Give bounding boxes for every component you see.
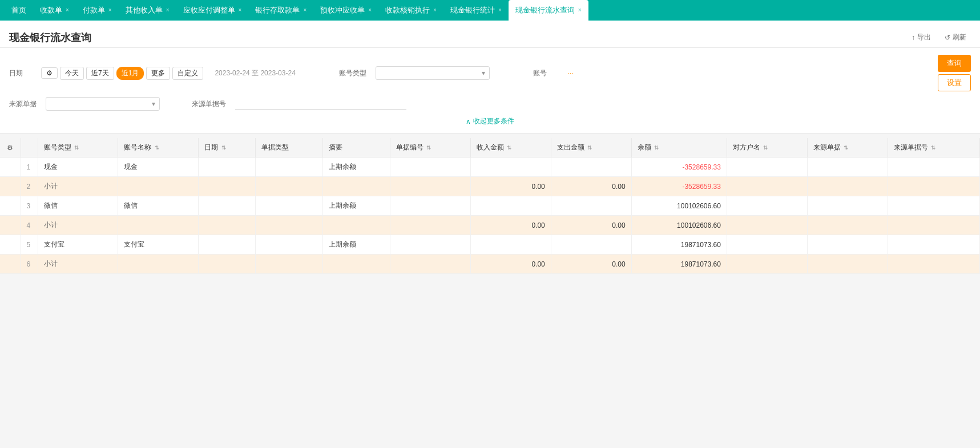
table-cell (323, 177, 390, 196)
source-doc-select[interactable] (46, 97, 160, 111)
th-income[interactable]: 收入金额 ⇅ (470, 138, 551, 158)
table-cell: 现金 (118, 158, 199, 177)
table-cell (199, 177, 256, 196)
account-type-select[interactable] (376, 66, 490, 80)
table-cell (551, 196, 631, 216)
page-header: 现金银行流水查询 ↑ 导出 ↺ 刷新 (0, 21, 980, 48)
account-label: 账号 (533, 68, 556, 78)
sort-icon: ⇅ (587, 144, 592, 151)
table-cell (888, 235, 979, 255)
table-cell (390, 196, 471, 216)
table-cell: 100102606.60 (631, 196, 727, 216)
th-summary: 摘要 (323, 138, 390, 158)
nav-item-payment[interactable]: 付款单 × (76, 0, 119, 21)
refresh-button[interactable]: ↺ 刷新 (940, 30, 971, 45)
table-cell (199, 158, 256, 177)
close-icon[interactable]: × (66, 0, 69, 21)
table-cell: 支付宝 (38, 235, 118, 255)
date-btn-1month[interactable]: 近1月 (116, 67, 144, 80)
th-counterpart[interactable]: 对方户名 ⇅ (727, 138, 807, 158)
date-btn-yesterday[interactable]: ⚙ (41, 67, 58, 79)
date-btn-7days[interactable]: 近7天 (86, 67, 114, 80)
filter-row-source: 来源单据 来源单据号 (9, 97, 971, 111)
table-cell (807, 216, 888, 235)
collapse-bar[interactable]: ∧ 收起更多条件 (9, 116, 971, 126)
table-cell (323, 255, 390, 274)
table-cell: 微信 (38, 196, 118, 216)
filter-area: 日期 ⚙ 今天 近7天 近1月 更多 自定义 2023-02-24 至 2023… (0, 48, 980, 134)
data-table: ⚙ 账号类型 ⇅ 账号名称 ⇅ 日期 ⇅ 单据类型 (0, 138, 980, 274)
nav-item-receipt-exec[interactable]: 收款核销执行 × (378, 0, 443, 21)
table-cell (727, 216, 807, 235)
table-cell: 0.00 (551, 177, 631, 196)
nav-item-cash-bank-flow[interactable]: 现金银行流水查询 × (509, 0, 588, 21)
table-cell (199, 216, 256, 235)
source-doc-no-input[interactable] (235, 99, 406, 110)
table-cell: -3528659.33 (631, 158, 727, 177)
date-label: 日期 (9, 68, 32, 78)
table-cell: 19871073.60 (631, 255, 727, 274)
close-icon[interactable]: × (303, 0, 306, 21)
table-cell (888, 177, 979, 196)
th-date[interactable]: 日期 ⇅ (199, 138, 256, 158)
account-type-select-wrap (376, 66, 490, 80)
nav-item-bank-deposit[interactable]: 银行存取款单 × (248, 0, 313, 21)
export-button[interactable]: ↑ 导出 (907, 30, 935, 45)
th-expense[interactable]: 支出金额 ⇅ (551, 138, 631, 158)
table-row: 5支付宝支付宝上期余额19871073.60 (0, 235, 980, 255)
filter-row-date: 日期 ⚙ 今天 近7天 近1月 更多 自定义 2023-02-24 至 2023… (9, 55, 971, 91)
th-account-name[interactable]: 账号名称 ⇅ (118, 138, 199, 158)
sort-icon: ⇅ (155, 144, 159, 151)
table-cell (470, 235, 551, 255)
settings-button[interactable]: 设置 (938, 74, 971, 91)
table-cell: 上期余额 (323, 196, 390, 216)
nav-item-advance-offset[interactable]: 预收冲应收单 × (313, 0, 378, 21)
table-cell (807, 255, 888, 274)
nav-item-other-income[interactable]: 其他收入单 × (119, 0, 176, 21)
table-cell: 0.00 (470, 216, 551, 235)
date-btn-more[interactable]: 更多 (146, 67, 170, 80)
source-doc-label: 来源单据 (9, 99, 37, 109)
nav-item-receipts[interactable]: 收款单 × (33, 0, 76, 21)
sort-icon: ⇅ (221, 144, 226, 151)
date-filter-buttons: ⚙ 今天 近7天 近1月 更多 自定义 (41, 67, 203, 80)
table-cell (888, 255, 979, 274)
table-row: 4小计0.000.00100102606.60 (0, 216, 980, 235)
account-ellipsis-button[interactable]: ··· (565, 68, 576, 78)
table-cell (390, 216, 471, 235)
close-icon[interactable]: × (239, 0, 242, 21)
date-btn-today[interactable]: 今天 (60, 67, 84, 80)
nav-home[interactable]: 首页 (5, 0, 33, 21)
th-doc-type: 单据类型 (256, 138, 323, 158)
table-area: ⚙ 账号类型 ⇅ 账号名称 ⇅ 日期 ⇅ 单据类型 (0, 138, 980, 274)
table-cell: 上期余额 (323, 158, 390, 177)
close-icon[interactable]: × (433, 0, 437, 21)
table-cell (323, 216, 390, 235)
table-cell (199, 196, 256, 216)
close-icon[interactable]: × (578, 0, 582, 21)
th-gear[interactable]: ⚙ (0, 138, 21, 158)
table-cell (888, 196, 979, 216)
table-cell (256, 158, 323, 177)
th-source-doc-no[interactable]: 来源单据号 ⇅ (888, 138, 979, 158)
close-icon[interactable]: × (166, 0, 170, 21)
table-cell: 100102606.60 (631, 216, 727, 235)
query-button[interactable]: 查询 (938, 55, 971, 72)
th-balance[interactable]: 余额 ⇅ (631, 138, 727, 158)
th-doc-no[interactable]: 单据编号 ⇅ (390, 138, 471, 158)
date-btn-custom[interactable]: 自定义 (172, 67, 203, 80)
nav-item-ar-ap-adjust[interactable]: 应收应付调整单 × (176, 0, 249, 21)
nav-item-cash-bank-stats[interactable]: 现金银行统计 × (443, 0, 509, 21)
th-account-type[interactable]: 账号类型 ⇅ (38, 138, 118, 158)
th-source-doc[interactable]: 来源单据 ⇅ (807, 138, 888, 158)
refresh-icon: ↺ (945, 34, 950, 42)
table-cell (727, 158, 807, 177)
close-icon[interactable]: × (498, 0, 502, 21)
top-navigation: 首页 收款单 × 付款单 × 其他收入单 × 应收应付调整单 × 银行存取款单 … (0, 0, 980, 21)
table-cell (807, 196, 888, 216)
close-icon[interactable]: × (108, 0, 112, 21)
close-icon[interactable]: × (368, 0, 372, 21)
source-doc-select-wrap (46, 97, 160, 111)
sort-icon: ⇅ (844, 144, 848, 151)
table-body: 1现金现金上期余额-3528659.332小计0.000.00-3528659.… (0, 158, 980, 274)
